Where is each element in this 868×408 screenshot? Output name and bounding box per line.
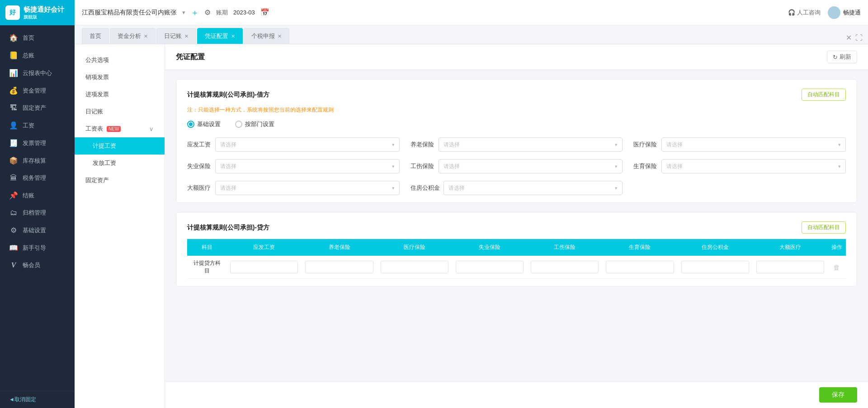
sidebar-item-label: 畅会员 (23, 261, 40, 269)
sidebar-item-settings[interactable]: ⚙ 基础设置 (0, 221, 75, 239)
input-shengyu[interactable] (606, 261, 674, 273)
sidebar-item-invoice[interactable]: 🧾 发票管理 (0, 134, 75, 152)
auto-match-credit-button[interactable]: 自动匹配科目 (802, 221, 846, 234)
td-yiliao-input[interactable] (377, 256, 452, 279)
shengyu-placeholder: 请选择 (666, 163, 683, 170)
radio-basic[interactable]: 基础设置 (187, 120, 221, 128)
gongshang-select[interactable]: 请选择 ▾ (439, 159, 623, 174)
left-menu-payroll-table[interactable]: 工资表 NEW ∨ (75, 120, 165, 137)
credit-table-body: 计提贷方科目 🗑 (187, 256, 846, 279)
refresh-button[interactable]: ↻ 刷新 (827, 51, 857, 63)
td-shengyu-input[interactable] (602, 256, 677, 279)
input-zhufang[interactable] (681, 261, 749, 273)
tab-funds-close[interactable]: ✕ (144, 33, 148, 39)
sidebar-item-home[interactable]: 🏠 首页 (0, 29, 75, 47)
sidebar-item-ledger[interactable]: 📒 总账 (0, 47, 75, 64)
daeyiliao-select[interactable]: 请选择 ▾ (215, 181, 400, 195)
assets-icon: 🏗 (9, 104, 18, 112)
sidebar-item-tax[interactable]: 🏛 税务管理 (0, 169, 75, 187)
left-menu-fixed-assets[interactable]: 固定资产 (75, 172, 165, 189)
auto-match-debit-button[interactable]: 自动匹配科目 (802, 89, 846, 101)
radio-group: 基础设置 按部门设置 (187, 120, 846, 128)
shiye-select[interactable]: 请选择 ▾ (215, 159, 400, 174)
debit-section-note: 注：只能选择一种方式，系统将按照您当前的选择来配置规则 (187, 106, 846, 114)
field-row-zhufang: 住房公积金 请选择 ▾ (410, 181, 623, 195)
left-menu-journal[interactable]: 日记账 (75, 103, 165, 120)
tab-voucher[interactable]: 凭证配置 ✕ (197, 28, 243, 44)
sidebar-item-guide[interactable]: 📖 新手引导 (0, 239, 75, 257)
period-label: 账期 (216, 9, 228, 17)
yanglao-select[interactable]: 请选择 ▾ (439, 137, 623, 152)
yingfa-select[interactable]: 请选择 ▾ (215, 137, 400, 152)
calendar-icon[interactable]: 📅 (260, 8, 269, 17)
left-menu-public[interactable]: 公共选项 (75, 52, 165, 69)
sidebar-item-archive[interactable]: 🗂 归档管理 (0, 204, 75, 221)
td-zhufang-input[interactable] (678, 256, 753, 279)
left-menu-purchase-invoice[interactable]: 进项发票 (75, 86, 165, 103)
td-delete[interactable]: 🗑 (828, 256, 846, 279)
payroll-expand-icon[interactable]: ∨ (149, 126, 154, 132)
td-row-label: 计提贷方科目 (187, 256, 226, 279)
th-yanglao: 养老保险 (302, 239, 377, 256)
user-menu[interactable]: 畅捷通 (828, 6, 861, 19)
add-company-icon[interactable]: ＋ (191, 7, 199, 18)
left-menu-accrual[interactable]: 计提工资 (75, 137, 165, 155)
expand-tab-button[interactable]: ⛶ (855, 34, 863, 42)
td-gongshang-input[interactable] (527, 256, 602, 279)
service-button[interactable]: 🎧 人工咨询 (788, 9, 821, 17)
company-chevron-icon[interactable]: ▾ (182, 9, 185, 16)
cancel-pin-button[interactable]: ◄取消固定 (0, 391, 75, 408)
input-yanglao[interactable] (305, 261, 373, 273)
tab-voucher-close[interactable]: ✕ (231, 33, 235, 39)
sidebar-item-close[interactable]: 📌 结账 (0, 187, 75, 204)
sidebar-item-label: 结账 (23, 192, 34, 200)
input-gongshang[interactable] (531, 261, 599, 273)
tab-tax[interactable]: 个税申报 ✕ (244, 28, 289, 44)
input-yiliao[interactable] (381, 261, 448, 273)
zhufang-select[interactable]: 请选择 ▾ (443, 181, 623, 195)
radio-dept-label: 按部门设置 (245, 120, 274, 128)
save-button[interactable]: 保存 (819, 387, 857, 403)
td-yanglao-input[interactable] (302, 256, 377, 279)
input-shiye[interactable] (456, 261, 524, 273)
sidebar-item-label: 工资 (23, 122, 34, 130)
input-yingfa[interactable] (230, 261, 298, 273)
sidebar-item-funds[interactable]: 💰 资金管理 (0, 82, 75, 99)
sidebar-item-salary[interactable]: 👤 工资 (0, 117, 75, 134)
yiliao-select[interactable]: 请选择 ▾ (661, 137, 846, 152)
shengyu-select[interactable]: 请选择 ▾ (661, 159, 846, 174)
delete-icon[interactable]: 🗑 (833, 263, 840, 271)
input-daeyiliao[interactable] (756, 261, 824, 273)
sidebar-item-assets[interactable]: 🏗 固定资产 (0, 99, 75, 117)
close-tab-button[interactable]: ✕ (846, 33, 852, 42)
shiye-arrow-icon: ▾ (392, 164, 395, 169)
tab-home[interactable]: 首页 (82, 28, 109, 44)
inventory-icon: 📦 (9, 156, 18, 165)
td-yingfa-input[interactable] (226, 256, 302, 279)
sidebar-item-report[interactable]: 📊 云报表中心 (0, 64, 75, 82)
debit-fields-grid: 应发工资 请选择 ▾ 养老保险 请选择 ▾ (187, 137, 846, 195)
daeyiliao-arrow-icon: ▾ (392, 185, 395, 191)
close-period-icon: 📌 (9, 191, 18, 200)
daeyiliao-placeholder: 请选择 (220, 184, 236, 192)
tab-funds[interactable]: 资金分析 ✕ (110, 28, 156, 44)
left-menu-payment[interactable]: 发放工资 (75, 155, 165, 172)
td-shiye-input[interactable] (452, 256, 527, 279)
tab-tax-close[interactable]: ✕ (278, 33, 282, 39)
field-row-gongshang: 工伤保险 请选择 ▾ (410, 159, 623, 174)
tab-journal[interactable]: 日记账 ✕ (156, 28, 196, 44)
left-menu-sales-invoice[interactable]: 销项发票 (75, 69, 165, 86)
gear-icon: ⚙ (9, 226, 18, 234)
radio-basic-label: 基础设置 (197, 120, 221, 128)
sidebar-item-label: 固定资产 (23, 104, 46, 112)
sidebar-item-vip[interactable]: V 畅会员 (0, 257, 75, 274)
radio-dept[interactable]: 按部门设置 (235, 120, 274, 128)
td-daeyiliao-input[interactable] (753, 256, 828, 279)
company-settings-icon[interactable]: ⚙ (204, 8, 211, 17)
sidebar-item-label: 发票管理 (23, 139, 46, 147)
service-label: 人工咨询 (797, 9, 821, 17)
yingfa-placeholder: 请选择 (220, 141, 236, 149)
sidebar-item-inventory[interactable]: 📦 库存核算 (0, 152, 75, 169)
field-row-yanglao: 养老保险 请选择 ▾ (410, 137, 623, 152)
tab-journal-close[interactable]: ✕ (184, 33, 189, 39)
